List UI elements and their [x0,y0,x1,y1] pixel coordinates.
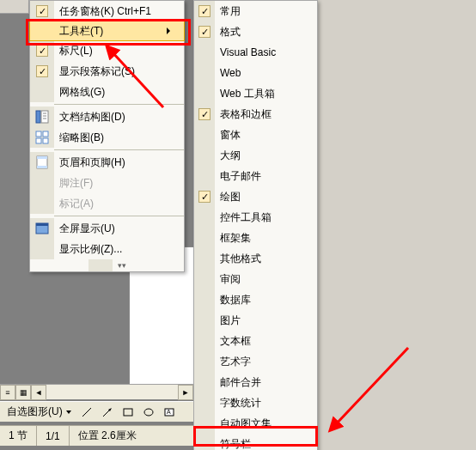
submenu-item-wordart[interactable]: 艺术字 [194,351,317,372]
menu-separator [54,104,184,105]
submenu-item-database[interactable]: 数据库 [194,289,317,310]
menu-separator [54,149,184,150]
annotation-arrow-icon [322,339,425,442]
submenu-arrow-icon [167,27,170,34]
submenu-item-forms[interactable]: 窗体 [194,125,317,145]
status-section: 1 节 [0,426,37,446]
button-label: 自选图形(U) [7,404,63,419]
menu-label: Visual Basic [220,46,303,58]
submenu-item-textbox[interactable]: 文本框 [194,331,317,351]
fullscreen-icon [30,218,54,239]
menu-item-gridlines[interactable]: 网格线(G) [30,82,184,102]
submenu-item-formatting[interactable]: 格式 [194,21,317,42]
icon-placeholder [30,239,54,259]
menu-label: 脚注(F) [59,176,170,191]
arrow-tool-icon[interactable] [99,404,116,421]
checkbox-icon [194,21,215,42]
menu-label: 文本框 [220,334,303,349]
submenu-item-frames[interactable]: 框架集 [194,228,317,248]
checkbox-icon [30,40,54,61]
menu-label: 图片 [220,313,303,328]
menu-item-show-paragraph-marks[interactable]: 显示段落标记(S) [30,61,184,82]
line-tool-icon[interactable] [78,404,95,421]
menu-label: 工具栏(T) [59,24,167,39]
svg-rect-7 [36,138,41,143]
textbox-tool-icon[interactable]: A [161,404,178,421]
menu-label: 电子邮件 [220,169,303,184]
submenu-item-extended-formatting[interactable]: 其他格式 [194,248,317,269]
rectangle-tool-icon[interactable] [119,404,137,421]
menu-item-toolbars[interactable]: 工具栏(T) [29,21,185,41]
svg-text:A: A [167,409,171,415]
docmap-icon [30,106,54,127]
menu-label: 窗体 [220,128,303,143]
submenu-item-web[interactable]: Web [194,63,317,83]
submenu-item-control-toolbox[interactable]: 控件工具箱 [194,207,317,228]
submenu-item-word-count[interactable]: 字数统计 [194,392,317,413]
svg-line-14 [82,408,91,417]
menu-label: 字数统计 [220,396,303,410]
menu-item-markup[interactable]: 标记(A) [30,193,184,214]
menu-item-task-pane[interactable]: 任务窗格(K) Ctrl+F1 [30,1,184,21]
icon-placeholder [30,82,54,102]
ruler-corner [0,0,29,14]
header-footer-icon [30,152,54,173]
view-layout-icon[interactable]: ▦ [15,385,31,400]
icon-placeholder [30,21,54,40]
menu-label: 控件工具箱 [220,210,303,225]
submenu-item-tables-borders[interactable]: 表格和边框 [194,104,317,125]
drawing-toolbar: 自选图形(U) A [0,401,193,422]
svg-rect-13 [36,223,48,226]
submenu-item-picture[interactable]: 图片 [194,310,317,331]
menu-label: 数据库 [220,293,303,307]
status-bar: 1 节 1/1 位置 2.6厘米 [0,425,193,446]
menu-label: 自动图文集 [220,417,303,431]
menu-label: 缩略图(B) [59,131,170,145]
oval-tool-icon[interactable] [140,404,157,421]
menu-label: 文档结构图(D) [59,110,170,125]
checkbox-icon [194,1,215,21]
scroll-track[interactable] [46,385,178,399]
checkbox-icon [30,1,54,21]
submenu-item-outlining[interactable]: 大纲 [194,145,317,166]
menu-item-header-footer[interactable]: 页眉和页脚(H) [30,152,184,173]
submenu-item-mail-merge[interactable]: 邮件合并 [194,372,317,392]
menu-separator [54,216,184,216]
menu-label: 艺术字 [220,355,303,369]
scroll-right-icon[interactable]: ► [178,385,193,400]
menu-item-footnotes[interactable]: 脚注(F) [30,173,184,193]
menu-label: 符号栏 [220,437,303,451]
menu-expand-chevron[interactable]: ▾▾ [30,259,184,271]
submenu-item-web-tools[interactable]: Web 工具箱 [194,83,317,104]
toolbars-submenu: 常用 格式 Visual Basic Web Web 工具箱 表格和边框 窗体 … [193,0,318,450]
scroll-left-icon[interactable]: ◄ [31,385,46,400]
status-page: 1/1 [37,426,70,446]
checkbox-icon [194,186,215,207]
menu-item-zoom[interactable]: 显示比例(Z)... [30,239,184,259]
checkbox-icon [194,104,215,125]
submenu-item-symbol-bar[interactable]: 符号栏 [194,434,317,450]
menu-label: 格式 [220,25,303,40]
icon-placeholder [30,193,54,214]
submenu-item-reviewing[interactable]: 审阅 [194,269,317,289]
horizontal-scrollbar[interactable]: ≡ ▦ ◄ ► [0,384,193,399]
autoshapes-button[interactable]: 自选图形(U) [3,404,75,419]
menu-label: Web [220,67,303,79]
menu-label: 标尺(L) [59,44,170,58]
menu-item-ruler[interactable]: 标尺(L) [30,40,184,61]
svg-rect-17 [124,409,132,416]
menu-label: 审阅 [220,272,303,287]
submenu-item-email[interactable]: 电子邮件 [194,166,317,186]
menu-item-thumbnails[interactable]: 缩略图(B) [30,127,184,148]
submenu-item-visual-basic[interactable]: Visual Basic [194,42,317,63]
submenu-item-standard[interactable]: 常用 [194,1,317,21]
svg-rect-10 [37,156,47,159]
thumbnail-icon [30,127,54,148]
svg-point-18 [144,409,153,416]
submenu-item-autotext[interactable]: 自动图文集 [194,413,317,434]
checkbox-icon [30,61,54,82]
menu-item-document-map[interactable]: 文档结构图(D) [30,106,184,127]
submenu-item-drawing[interactable]: 绘图 [194,186,317,207]
view-normal-icon[interactable]: ≡ [0,385,15,400]
menu-item-fullscreen[interactable]: 全屏显示(U) [30,218,184,239]
